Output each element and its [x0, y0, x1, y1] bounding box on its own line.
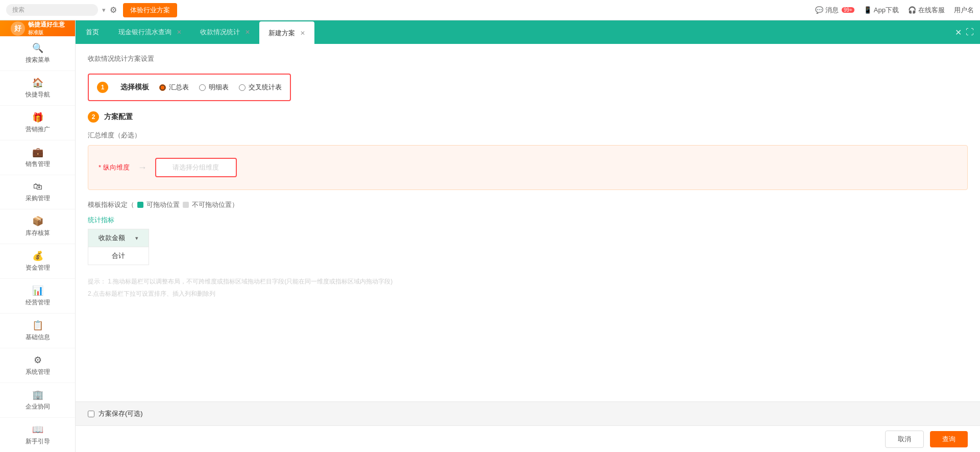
tab-cashbank[interactable]: 现金银行流水查询 ✕	[109, 20, 191, 44]
sidebar-item-quicknav[interactable]: 🏠 快捷导航	[0, 71, 75, 106]
dimension-row: * 纵向维度 → 请选择分组维度	[99, 158, 957, 177]
logo-text: 畅捷通好生意 标准版	[28, 20, 65, 36]
metrics-table: 收款金额 ▾ 合计	[88, 229, 149, 265]
dimension-area: * 纵向维度 → 请选择分组维度	[88, 145, 968, 190]
step2-num: 2	[88, 111, 99, 123]
radio-cross[interactable]: 交叉统计表	[239, 83, 282, 92]
close-window-icon[interactable]: ✕	[955, 28, 962, 37]
purchase-icon: 🛍	[33, 181, 42, 192]
cancel-button[interactable]: 取消	[885, 431, 924, 448]
tab-home[interactable]: 首页	[76, 28, 109, 37]
footer-bar: 取消 查询	[76, 425, 980, 452]
radio-cross-input[interactable]	[239, 84, 246, 91]
finance-icon: 💰	[32, 250, 43, 261]
sidebar-item-enterprise[interactable]: 🏢 企业协同	[0, 383, 75, 418]
tab-close-newplan[interactable]: ✕	[300, 30, 305, 37]
page-inner: 收款情况统计方案设置 1 选择模板 汇总表 明细表	[76, 44, 980, 401]
step1-label: 选择模板	[120, 83, 149, 92]
radio-detail[interactable]: 明细表	[199, 83, 229, 92]
tab-close-receipts[interactable]: ✕	[245, 29, 250, 36]
topbar-right: 💬 消息 99+ 📱 App下载 🎧 在线客服 用户名	[815, 6, 974, 15]
tab-bar: 首页 现金银行流水查询 ✕ 收款情况统计 ✕ 新建方案 ✕ ✕ ⛶	[76, 20, 980, 44]
plan-config-header: 2 方案配置	[88, 111, 968, 123]
step2-label: 方案配置	[104, 112, 133, 122]
template-radio-group: 汇总表 明细表 交叉统计表	[159, 83, 282, 92]
sidebar-item-guide[interactable]: 📖 新手引导	[0, 418, 75, 452]
guide-icon: 📖	[32, 424, 43, 435]
draggable-dot	[137, 202, 143, 208]
step1-num: 1	[97, 82, 108, 93]
search-box: 搜索	[6, 4, 98, 16]
sidebar-logo: 好 畅捷通好生意 标准版	[0, 20, 75, 36]
sidebar-item-search[interactable]: 🔍 搜索菜单	[0, 36, 75, 71]
sidebar-item-inventory[interactable]: 📦 库存核算	[0, 209, 75, 244]
metrics-col-header[interactable]: 收款金额 ▾	[88, 229, 149, 247]
sidebar-item-purchase[interactable]: 🛍 采购管理	[0, 175, 75, 209]
app-download-button[interactable]: 📱 App下载	[864, 6, 899, 15]
template-section: 1 选择模板 汇总表 明细表 交叉统计表	[88, 74, 291, 101]
content-area: 首页 现金银行流水查询 ✕ 收款情况统计 ✕ 新建方案 ✕ ✕ ⛶ 收款情况统	[76, 20, 980, 452]
top-bar: 搜索 ▾ ⚙ 体验行业方案 💬 消息 99+ 📱 App下载 🎧 在线客服 用户…	[0, 0, 980, 20]
save-section: 方案保存(可选)	[76, 401, 980, 425]
home-icon: 🏠	[32, 77, 43, 88]
tips-section: 提示： 1.拖动标题栏可以调整布局，不可跨维度或指标区域拖动栏目字段(只能在同一…	[88, 275, 968, 300]
message-button[interactable]: 💬 消息 99+	[815, 6, 854, 15]
metrics-config-row: 模板指标设定（ 可拖动位置 不可拖动位置）	[88, 200, 968, 209]
metrics-cell-total: 合计	[88, 247, 149, 265]
page-content: 收款情况统计方案设置 1 选择模板 汇总表 明细表	[76, 44, 980, 401]
inventory-icon: 📦	[32, 216, 43, 227]
breadcrumb: 收款情况统计方案设置	[88, 54, 968, 63]
tip-item-2: 2.点击标题栏下拉可设置排序、插入列和删除列	[88, 288, 968, 300]
online-service-button[interactable]: 🎧 在线客服	[908, 6, 945, 15]
metrics-section: 统计指标 收款金额 ▾ 合计	[88, 216, 968, 265]
tab-newplan[interactable]: 新建方案 ✕	[259, 21, 314, 45]
user-name[interactable]: 用户名	[954, 6, 974, 15]
sidebar-item-basic-info[interactable]: 📋 基础信息	[0, 314, 75, 348]
search-menu-icon: 🔍	[32, 42, 43, 54]
radio-detail-input[interactable]	[199, 84, 206, 91]
tab-close-cashbank[interactable]: ✕	[177, 29, 182, 36]
system-icon: ⚙	[34, 354, 42, 366]
radio-summary[interactable]: 汇总表	[159, 83, 189, 92]
dropdown-icon[interactable]: ▾	[102, 6, 106, 14]
sidebar-item-sales[interactable]: 💼 销售管理	[0, 140, 75, 175]
query-button[interactable]: 查询	[930, 431, 968, 447]
sidebar-item-marketing[interactable]: 🎁 营销推广	[0, 106, 75, 140]
stats-label: 统计指标	[88, 216, 968, 225]
save-checkbox[interactable]	[88, 411, 94, 417]
sidebar: 好 畅捷通好生意 标准版 🔍 搜索菜单 🏠 快捷导航 🎁 营销推广 💼 销售管理…	[0, 20, 76, 452]
sales-icon: 💼	[32, 147, 43, 158]
dimension-arrow-icon: →	[138, 162, 147, 173]
vertical-dimension-label: * 纵向维度	[99, 163, 130, 172]
metrics-chevron-icon: ▾	[135, 235, 138, 242]
trial-button[interactable]: 体验行业方案	[123, 3, 177, 17]
basic-info-icon: 📋	[32, 320, 43, 331]
save-label: 方案保存(可选)	[99, 409, 143, 418]
dimension-select-box[interactable]: 请选择分组维度	[155, 158, 237, 177]
tab-bar-right: ✕ ⛶	[955, 28, 980, 37]
marketing-icon: 🎁	[32, 112, 43, 123]
sidebar-item-operations[interactable]: 📊 经营管理	[0, 279, 75, 314]
radio-summary-input[interactable]	[159, 84, 166, 91]
operations-icon: 📊	[32, 285, 43, 296]
dimension-group-label: 汇总维度（必选）	[88, 131, 968, 140]
not-draggable-dot	[183, 202, 189, 208]
maximize-icon[interactable]: ⛶	[966, 28, 974, 37]
sidebar-item-finance[interactable]: 💰 资金管理	[0, 244, 75, 279]
sidebar-item-system[interactable]: ⚙ 系统管理	[0, 348, 75, 383]
main-layout: 好 畅捷通好生意 标准版 🔍 搜索菜单 🏠 快捷导航 🎁 营销推广 💼 销售管理…	[0, 20, 980, 452]
tab-receipts[interactable]: 收款情况统计 ✕	[191, 20, 259, 44]
tip-item-1: 提示： 1.拖动标题栏可以调整布局，不可跨维度或指标区域拖动栏目字段(只能在同一…	[88, 275, 968, 288]
logo-icon: 好	[11, 21, 25, 36]
gear-icon[interactable]: ⚙	[110, 5, 117, 15]
enterprise-icon: 🏢	[32, 389, 43, 400]
message-badge: 99+	[842, 7, 854, 13]
